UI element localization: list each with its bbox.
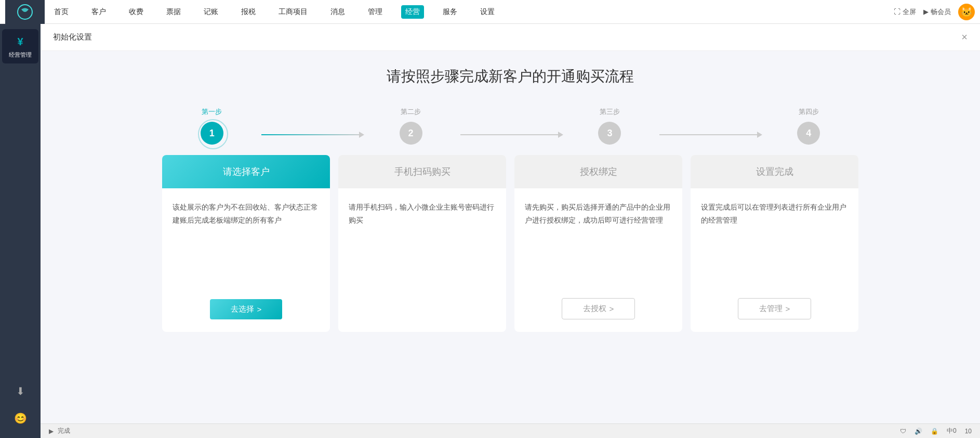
app-logo — [5, 0, 45, 24]
play-btn[interactable]: ▶ — [49, 428, 54, 435]
card-4-header: 设置完成 — [691, 155, 858, 188]
step-3: 第三步 3 — [560, 107, 659, 145]
nav-service[interactable]: 服务 — [439, 5, 461, 19]
operation-icon: ¥ — [13, 34, 28, 49]
nav-right: ⛶ 全屏 ▶ 畅会员 🐱 — [894, 4, 975, 20]
card-3-header: 授权绑定 — [514, 155, 682, 188]
card-3-body: 请先购买，购买后选择开通的产品中的企业用户进行授权绑定，成功后即可进行经营管理 — [514, 188, 682, 290]
card-1-btn[interactable]: 去选择 > — [210, 299, 283, 319]
input-status: 中0 — [947, 427, 957, 435]
nav-settings[interactable]: 设置 — [476, 5, 499, 19]
status-right: 🛡 🔊 🔒 中0 10 — [900, 427, 972, 435]
card-2: 手机扫码购买 请用手机扫码，输入小微企业主账号密码进行购买 — [338, 155, 506, 332]
step-1: 第一步 1 — [162, 107, 261, 145]
sidebar-item-label: 经营管理 — [9, 51, 32, 58]
volume-icon: 🔊 — [915, 428, 922, 435]
card-1-header: 请选择客户 — [162, 155, 330, 188]
card-1-btn-arrow: > — [257, 305, 262, 314]
shield-icon: 🛡 — [900, 428, 906, 435]
card-1-footer: 去选择 > — [162, 291, 330, 332]
step-3-label: 第三步 — [600, 107, 620, 117]
card-3-btn-arrow: > — [610, 304, 614, 313]
card-3-btn-label: 去授权 — [583, 304, 606, 314]
steps-container: 第一步 1 第二步 2 — [162, 107, 858, 145]
fullscreen-label: 全屏 — [903, 7, 916, 17]
fullscreen-btn[interactable]: ⛶ 全屏 — [894, 7, 916, 17]
top-navigation: 首页 客户 收费 票据 记账 报税 工商项目 消息 管理 经营 服务 设置 ⛶ … — [0, 0, 980, 24]
status-bar: ▶ 完成 🛡 🔊 🔒 中0 10 — [41, 423, 980, 438]
step-2-label: 第二步 — [401, 107, 421, 117]
card-2-body: 请用手机扫码，输入小微企业主账号密码进行购买 — [338, 188, 506, 311]
sidebar-help-btn[interactable]: 😊 — [9, 407, 32, 430]
nav-invoice[interactable]: 票据 — [162, 5, 185, 19]
step-2-circle: 2 — [400, 122, 422, 145]
step-4-circle: 4 — [797, 122, 820, 145]
nav-message[interactable]: 消息 — [326, 5, 349, 19]
cards-container: 请选择客户 该处展示的客户为不在回收站、客户状态正常建账后完成老板端绑定的所有客… — [162, 155, 858, 332]
card-4-body: 设置完成后可以在管理列表进行所有企业用户的经营管理 — [691, 188, 858, 290]
card-1: 请选择客户 该处展示的客户为不在回收站、客户状态正常建账后完成老板端绑定的所有客… — [162, 155, 330, 332]
card-2-header: 手机扫码购买 — [338, 155, 506, 188]
nav-operation[interactable]: 经营 — [401, 5, 424, 19]
main-layout: ¥ 经营管理 ⬇ 😊 初始化设置 × 请按照步骤完成新客户的开通购买流程 第一步… — [0, 24, 980, 438]
user-avatar[interactable]: 🐱 — [958, 4, 975, 20]
card-2-footer — [338, 311, 506, 332]
status-label: 完成 — [58, 427, 70, 435]
nav-tax[interactable]: 报税 — [237, 5, 260, 19]
membership-icon: ▶ — [923, 8, 929, 16]
step-4: 第四步 4 — [759, 107, 858, 145]
setup-title: 请按照步骤完成新客户的开通购买流程 — [387, 67, 634, 86]
fullscreen-icon: ⛶ — [894, 8, 900, 16]
card-4-btn-label: 去管理 — [759, 304, 783, 314]
card-4-btn-arrow: > — [786, 304, 790, 313]
lock-icon: 🔒 — [931, 428, 938, 435]
card-3: 授权绑定 请先购买，购买后选择开通的产品中的企业用户进行授权绑定，成功后即可进行… — [514, 155, 682, 332]
step-2: 第二步 2 — [361, 107, 460, 145]
card-1-btn-label: 去选择 — [231, 304, 254, 314]
page-title: 初始化设置 — [53, 32, 92, 42]
nav-accounting[interactable]: 记账 — [200, 5, 222, 19]
membership-label: 畅会员 — [931, 7, 951, 17]
nav-fee[interactable]: 收费 — [125, 5, 148, 19]
card-3-footer: 去授权 > — [514, 290, 682, 332]
nav-manage[interactable]: 管理 — [364, 5, 387, 19]
setup-area: 请按照步骤完成新客户的开通购买流程 第一步 1 第二步 2 — [41, 51, 980, 423]
card-4-footer: 去管理 > — [691, 290, 858, 332]
step-1-label: 第一步 — [202, 107, 222, 117]
step-3-circle: 3 — [598, 122, 621, 145]
time-label: 10 — [965, 428, 972, 435]
close-button[interactable]: × — [961, 31, 968, 43]
main-content: 初始化设置 × 请按照步骤完成新客户的开通购买流程 第一步 1 — [41, 24, 980, 438]
sidebar: ¥ 经营管理 ⬇ 😊 — [0, 24, 41, 438]
nav-home[interactable]: 首页 — [50, 5, 73, 19]
content-header: 初始化设置 × — [41, 24, 980, 51]
nav-customer[interactable]: 客户 — [87, 5, 110, 19]
card-4: 设置完成 设置完成后可以在管理列表进行所有企业用户的经营管理 去管理 > — [691, 155, 858, 332]
sidebar-bottom: ⬇ 😊 — [9, 380, 32, 438]
card-3-btn[interactable]: 去授权 > — [562, 298, 635, 319]
card-1-body: 该处展示的客户为不在回收站、客户状态正常建账后完成老板端绑定的所有客户 — [162, 188, 330, 291]
step-1-circle: 1 — [201, 122, 223, 145]
membership-btn[interactable]: ▶ 畅会员 — [923, 7, 951, 17]
nav-items: 首页 客户 收费 票据 记账 报税 工商项目 消息 管理 经营 服务 设置 — [50, 5, 894, 19]
step-4-label: 第四步 — [799, 107, 819, 117]
card-4-btn[interactable]: 去管理 > — [738, 298, 812, 319]
sidebar-download-btn[interactable]: ⬇ — [9, 380, 32, 403]
sidebar-item-operation[interactable]: ¥ 经营管理 — [2, 29, 38, 63]
nav-business[interactable]: 工商项目 — [274, 5, 312, 19]
